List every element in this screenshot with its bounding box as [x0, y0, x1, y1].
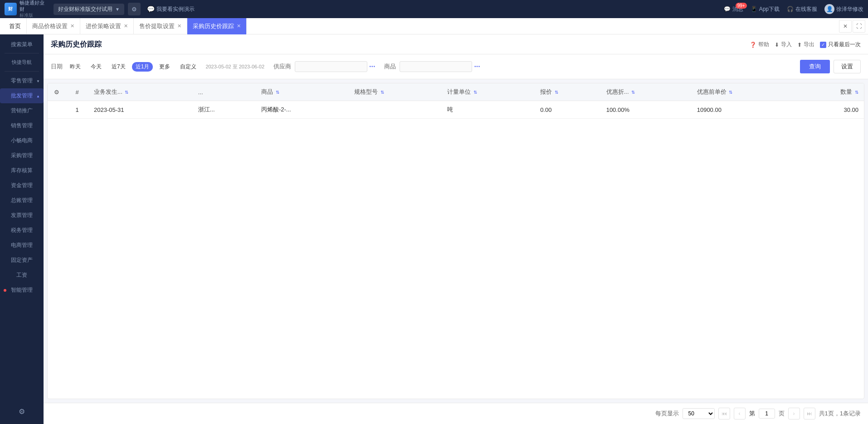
table-row: 1 2023-05-31 浙江... 丙烯酸-2-... 吨 0.00 100.…	[48, 101, 864, 119]
sidebar-item-ecommerce[interactable]: 电商管理	[0, 238, 44, 253]
sidebar: 搜索菜单 快捷导航 零售管理 批发管理 营销推广 销售管理 小畅电商 采购管理 …	[0, 34, 44, 424]
page-title: 采购历史价跟踪	[51, 40, 102, 49]
col-ori-price[interactable]: 优惠前单价 ⇅	[692, 83, 798, 101]
last-page-button[interactable]: ⏭	[804, 408, 815, 419]
tab-price-extract[interactable]: 售价提取设置 ✕	[134, 18, 187, 34]
sidebar-item-sales[interactable]: 销售管理	[0, 118, 44, 133]
sidebar-search[interactable]: 搜索菜单	[0, 38, 44, 51]
sidebar-item-purchase[interactable]: 采购管理	[0, 148, 44, 163]
per-page-select[interactable]: 50 20 100	[683, 408, 715, 419]
avatar: 👤	[824, 4, 834, 14]
data-table: ⚙ # 业务发生... ⇅ ... 商品 ⇅	[48, 83, 864, 119]
chevron-down-icon: ▼	[115, 7, 120, 12]
col-qty[interactable]: 数量 ⇅	[798, 83, 864, 101]
sidebar-item-retail[interactable]: 零售管理	[0, 73, 44, 88]
sidebar-item-invoice[interactable]: 发票管理	[0, 208, 44, 223]
tab-home[interactable]: 首页	[4, 18, 27, 34]
sidebar-item-payroll[interactable]: 工资	[0, 268, 44, 283]
date-yesterday[interactable]: 昨天	[66, 62, 84, 72]
close-icon[interactable]: ✕	[177, 23, 181, 29]
table-header-row: ⚙ # 业务发生... ⇅ ... 商品 ⇅	[48, 83, 864, 101]
goods-input[interactable]	[400, 61, 472, 72]
product-selector[interactable]: 好业财标准版交付试用 ▼	[54, 4, 124, 15]
close-icon[interactable]: ✕	[70, 23, 74, 29]
date-custom[interactable]: 自定义	[176, 62, 200, 72]
tab-purchase-history[interactable]: 采购历史价跟踪 ✕	[187, 18, 247, 34]
col-date[interactable]: 业务发生... ⇅	[88, 83, 193, 101]
expand-tab-button[interactable]: ⛶	[853, 20, 865, 33]
prev-page-button[interactable]: ‹	[734, 408, 746, 419]
next-page-button[interactable]: ›	[788, 408, 800, 419]
sidebar-item-marketing[interactable]: 营销推广	[0, 103, 44, 118]
col-gear[interactable]: ⚙	[48, 83, 66, 101]
supplier-input[interactable]	[295, 61, 367, 72]
date-options: 昨天 今天 近7天 近1月 更多 自定义	[66, 62, 200, 72]
page-input[interactable]	[759, 409, 775, 419]
tab-goods-price[interactable]: 商品价格设置 ✕	[27, 18, 80, 34]
sidebar-item-finance[interactable]: 资金管理	[0, 178, 44, 193]
page-label-post: 页	[779, 410, 785, 418]
supplier-more-button[interactable]: ···	[369, 63, 375, 71]
date-7days[interactable]: 近7天	[108, 62, 129, 72]
supplier-input-group: ···	[295, 61, 375, 72]
online-service-button[interactable]: 🎧 在线客服	[787, 5, 817, 13]
pagination: 每页显示 50 20 100 ⏮ ‹ 第 页 › ⏭ 共1页，1条记录	[44, 403, 868, 424]
sort-icon: ⇅	[555, 90, 558, 95]
sidebar-item-wholesale[interactable]: 批发管理	[0, 88, 44, 103]
sidebar-item-quick-nav[interactable]: 快捷导航	[0, 55, 44, 69]
notification-dot	[4, 289, 6, 292]
row-gear[interactable]	[48, 101, 66, 119]
sidebar-settings-button[interactable]: ⚙	[19, 403, 25, 420]
col-price[interactable]: 报价 ⇅	[535, 83, 601, 101]
date-more[interactable]: 更多	[156, 62, 174, 72]
divider	[5, 53, 39, 53]
sort-icon: ⇅	[125, 90, 128, 95]
date-1month[interactable]: 近1月	[132, 62, 153, 72]
message-button[interactable]: 💬 消息 99+	[724, 5, 743, 13]
sidebar-item-inventory[interactable]: 库存核算	[0, 163, 44, 178]
divider	[5, 71, 39, 72]
setting-button[interactable]: 设置	[834, 60, 861, 73]
close-tab-button[interactable]: ✕	[839, 20, 852, 33]
header-actions: ❓ 帮助 ⬇ 导入 ⬆ 导出 ✓ 只看最后一次	[750, 41, 861, 48]
row-unit: 吨	[442, 101, 535, 119]
sidebar-item-smart[interactable]: 智能管理	[0, 283, 44, 298]
row-price: 0.00	[535, 101, 601, 119]
date-filter-group: 日期 昨天 今天 近7天 近1月 更多 自定义 2023-05-02 至 202…	[51, 62, 264, 72]
date-today[interactable]: 今天	[87, 62, 105, 72]
col-spec[interactable]: 规格型号 ⇅	[349, 83, 442, 101]
action-buttons: 查询 设置	[800, 60, 861, 73]
sidebar-item-tax[interactable]: 税务管理	[0, 223, 44, 238]
demo-button[interactable]: 💬 我要看实例演示	[147, 5, 195, 13]
sidebar-item-ecommerce-mini[interactable]: 小畅电商	[0, 133, 44, 148]
query-button[interactable]: 查询	[800, 60, 830, 73]
page-title-row: 采购历史价跟踪 ❓ 帮助 ⬇ 导入 ⬆ 导出 ✓	[51, 40, 861, 54]
sort-icon: ⇅	[276, 90, 279, 95]
col-dots[interactable]: ...	[193, 83, 256, 101]
content-area: 采购历史价跟踪 ❓ 帮助 ⬇ 导入 ⬆ 导出 ✓	[44, 34, 868, 424]
help-button[interactable]: ❓ 帮助	[750, 41, 769, 48]
app-download-button[interactable]: 📱 App下载	[751, 5, 780, 13]
row-supplier: 浙江...	[193, 101, 256, 119]
row-spec	[349, 101, 442, 119]
export-button[interactable]: ⬆ 导出	[797, 41, 814, 48]
col-num: #	[66, 83, 88, 101]
user-profile[interactable]: 👤 徐泽华修改	[824, 4, 863, 14]
goods-filter-group: 商品 ···	[384, 61, 480, 72]
first-page-button[interactable]: ⏮	[718, 408, 730, 419]
col-discount[interactable]: 优惠折... ⇅	[601, 83, 692, 101]
col-goods[interactable]: 商品 ⇅	[256, 83, 349, 101]
goods-more-button[interactable]: ···	[474, 63, 480, 71]
col-unit[interactable]: 计量单位 ⇅	[442, 83, 535, 101]
sidebar-item-fixed-assets[interactable]: 固定资产	[0, 253, 44, 268]
settings-button[interactable]: ⚙	[128, 3, 141, 15]
tab-purchase-strategy[interactable]: 进价策略设置 ✕	[80, 18, 134, 34]
import-button[interactable]: ⬇ 导入	[775, 41, 792, 48]
only-last-checkbox[interactable]: ✓ 只看最后一次	[820, 41, 861, 48]
table-header: ⚙ # 业务发生... ⇅ ... 商品 ⇅	[48, 83, 864, 101]
help-icon: ❓	[750, 42, 756, 48]
close-icon[interactable]: ✕	[237, 23, 241, 29]
sidebar-item-ledger[interactable]: 总账管理	[0, 193, 44, 208]
supplier-label: 供应商	[273, 63, 291, 71]
close-icon[interactable]: ✕	[124, 23, 128, 29]
